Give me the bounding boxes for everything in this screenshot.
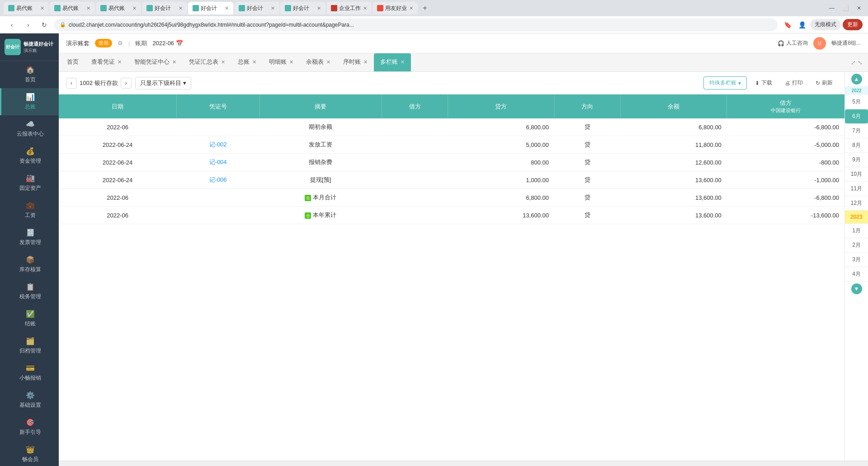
next-account-button[interactable]: › (121, 78, 132, 89)
month-jun[interactable]: 6月 (845, 109, 868, 124)
browser-tab-2[interactable]: 易代账 ✕ (50, 2, 95, 14)
url-bar[interactable]: 🔒 cloud2.chanjet.com/accounting/uh26t264… (54, 19, 778, 31)
tab-close-voucher-summary[interactable]: ✕ (221, 59, 225, 65)
month-oct[interactable]: 10月 (845, 167, 868, 182)
voucher-link[interactable]: 记-004 (209, 159, 227, 165)
back-button[interactable]: ‹ (5, 19, 18, 31)
tab-close-multi-column[interactable]: ✕ (401, 59, 405, 65)
service-button[interactable]: 🎧 人工咨询 (778, 39, 808, 47)
browser-tab-1[interactable]: 易代账 ✕ (4, 2, 49, 14)
tab-multi-column[interactable]: 多栏账 ✕ (374, 53, 411, 71)
tab-close-3[interactable]: ✕ (132, 5, 137, 11)
tab-journal[interactable]: 序时账 ✕ (337, 53, 374, 71)
sidebar-item-invoice[interactable]: 🧾 发票管理 (0, 224, 59, 251)
tab-balance[interactable]: 余额表 ✕ (300, 53, 337, 71)
account-icon[interactable]: 👤 (796, 19, 808, 31)
tab-detail-ledger[interactable]: 明细账 ✕ (263, 53, 300, 71)
sidebar-item-member[interactable]: 👑 畅会员 (0, 441, 59, 466)
print-button[interactable]: 🖨 打印 (780, 77, 807, 89)
calendar-down-button[interactable]: ▼ (845, 282, 868, 296)
user-avatar[interactable]: U (813, 37, 826, 50)
maximize-button[interactable]: ⬜ (840, 3, 851, 14)
month-apr[interactable]: 4月 (845, 267, 868, 282)
tab-close-8[interactable]: ✕ (363, 5, 367, 11)
special-ledger-button[interactable]: 特殊多栏账 ▾ (703, 76, 747, 89)
cell-voucher[interactable] (176, 189, 259, 207)
tab-home[interactable]: 首页 (61, 53, 85, 71)
sidebar-item-tax[interactable]: 📋 税务管理 (0, 278, 59, 305)
month-jul[interactable]: 7月 (845, 124, 868, 138)
tab-close-6[interactable]: ✕ (271, 5, 275, 11)
tab-close-journal[interactable]: ✕ (363, 59, 368, 65)
filter-dropdown[interactable]: 只显示下级科目 ▾ (135, 77, 191, 89)
tab-close-view-voucher[interactable]: ✕ (118, 59, 122, 65)
tab-close-1[interactable]: ✕ (40, 5, 44, 11)
browser-tab-6[interactable]: 好会计 ✕ (234, 2, 279, 14)
cell-voucher[interactable] (176, 207, 259, 224)
incognito-button[interactable]: 无痕模式 (810, 19, 841, 30)
tab-smart-voucher[interactable]: 智能凭证中心 ✕ (128, 53, 183, 71)
tab-close-smart-voucher[interactable]: ✕ (172, 59, 176, 65)
browser-tab-3[interactable]: 易代账 ✕ (96, 2, 141, 14)
down-arrow-icon[interactable]: ▼ (851, 283, 862, 294)
sidebar-item-closing[interactable]: ✅ 结账 (0, 305, 59, 332)
cell-voucher[interactable]: 记-006 (176, 171, 259, 189)
tab-close-general-ledger[interactable]: ✕ (252, 59, 256, 65)
settings-gear-icon[interactable]: ⚙ (118, 40, 123, 47)
sidebar-item-settings[interactable]: ⚙️ 基础设置 (0, 386, 59, 414)
month-may[interactable]: 5月 (845, 95, 868, 109)
tab-close-detail-ledger[interactable]: ✕ (289, 59, 293, 65)
prev-account-button[interactable]: ‹ (66, 78, 77, 89)
sidebar-item-salary[interactable]: 💼 工资 (0, 197, 59, 224)
sidebar-item-guide[interactable]: 🎯 新手引导 (0, 414, 59, 441)
browser-tab-9[interactable]: 用友好业 ✕ (373, 2, 418, 14)
month-dec[interactable]: 12月 (845, 196, 868, 211)
new-tab-button[interactable]: + (419, 2, 431, 14)
tab-close-balance[interactable]: ✕ (326, 59, 330, 65)
close-window-button[interactable]: ✕ (854, 3, 864, 14)
up-arrow-icon[interactable]: ▲ (851, 74, 862, 85)
update-button[interactable]: 更新 (843, 19, 863, 30)
demo-badge[interactable]: 禁用 (95, 39, 112, 47)
browser-tab-7[interactable]: 好会计 ✕ (280, 2, 326, 14)
voucher-link[interactable]: 记-002 (209, 141, 227, 148)
download-button[interactable]: ⬇ 下载 (750, 77, 777, 89)
cell-voucher[interactable]: 记-004 (176, 154, 259, 171)
period-selector[interactable]: 2022-06 📅 (152, 40, 183, 47)
bookmark-icon[interactable]: 🔖 (781, 19, 794, 31)
tab-voucher-summary[interactable]: 凭证汇总表 ✕ (183, 53, 231, 71)
sidebar-item-expense[interactable]: 💳 小畅报销 (0, 359, 59, 386)
tab-view-voucher[interactable]: 查看凭证 ✕ (85, 53, 128, 71)
reload-button[interactable]: ↻ (38, 19, 51, 31)
sidebar-item-home[interactable]: 🏠 首页 (0, 61, 59, 88)
month-mar[interactable]: 3月 (845, 253, 868, 267)
tab-close-7[interactable]: ✕ (317, 5, 321, 11)
tab-expand-button[interactable]: ⤢ ⤡ (847, 59, 866, 66)
calendar-up-button[interactable]: ▲ (845, 72, 868, 86)
cell-voucher[interactable] (176, 118, 259, 136)
browser-tab-5[interactable]: 好会计 ✕ (188, 2, 233, 14)
tab-close-9[interactable]: ✕ (409, 5, 413, 11)
horizontal-scrollbar[interactable] (59, 461, 868, 466)
voucher-link[interactable]: 记-006 (209, 176, 227, 183)
tab-close-4[interactable]: ✕ (179, 5, 183, 11)
month-aug[interactable]: 8月 (845, 138, 868, 153)
forward-button[interactable]: › (22, 19, 34, 31)
sidebar-item-cloud-report[interactable]: ☁️ 云报表中心 (0, 115, 59, 142)
sidebar-item-inventory[interactable]: 📦 库存核算 (0, 251, 59, 278)
refresh-button[interactable]: ↻ 刷新 (811, 77, 837, 89)
sidebar-item-archive[interactable]: 🗂️ 归档管理 (0, 332, 59, 359)
sidebar-item-fixed-assets[interactable]: 🏭 固定资产 (0, 169, 59, 197)
month-jan[interactable]: 1月 (845, 224, 868, 238)
sidebar-item-funds[interactable]: 💰 资金管理 (0, 142, 59, 169)
minimize-button[interactable]: — (826, 3, 837, 14)
tab-close-5[interactable]: ✕ (225, 5, 229, 11)
sidebar-item-general-ledger[interactable]: 📊 总账 (0, 88, 59, 115)
month-sep[interactable]: 9月 (845, 153, 868, 167)
browser-tab-4[interactable]: 好会计 ✕ (142, 2, 187, 14)
month-nov[interactable]: 11月 (845, 182, 868, 196)
browser-tab-8[interactable]: 企业工作 ✕ (326, 2, 372, 14)
month-feb[interactable]: 2月 (845, 238, 868, 253)
tab-general-ledger[interactable]: 总账 ✕ (231, 53, 263, 71)
cell-voucher[interactable]: 记-002 (176, 136, 259, 154)
